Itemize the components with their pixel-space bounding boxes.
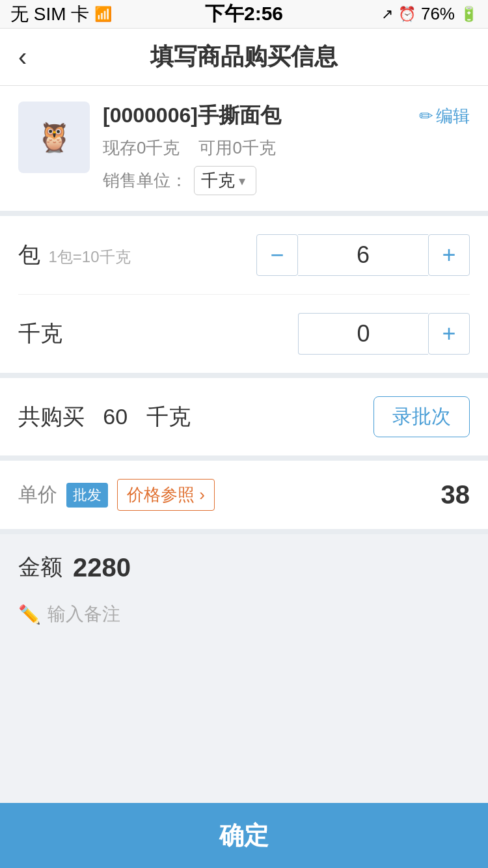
summary-row: 共购买 60 千克 录批次 [0,378,488,461]
status-time: 下午2:56 [205,1,283,27]
bao-quantity-input[interactable] [298,234,428,276]
bao-decrease-button[interactable]: − [256,234,298,276]
amount-row: 金额 2280 [18,552,470,582]
summary-prefix: 共购买 [18,404,85,429]
amount-label: 金额 [18,552,62,582]
unit-value: 千克 [201,169,235,192]
price-label: 单价 [18,481,57,508]
product-unit-row: 销售单位： 千克 ▾ [103,166,470,195]
edit-label: 编辑 [436,105,470,128]
kg-label: 千克 [18,321,62,346]
product-thumbnail: 🦉 [18,102,90,173]
amount-value: 2280 [73,553,131,582]
location-icon: ↗ [381,6,393,23]
note-row[interactable]: ✏️ 输入备注 [18,595,470,633]
bao-label: 包 [18,242,40,267]
unit-label: 销售单位： [103,169,187,192]
kg-quantity-row: 千克 + [18,295,470,373]
product-title-row: [0000006]手撕面包 ✏ 编辑 [103,102,470,130]
kg-quantity-input[interactable] [298,313,428,355]
unit-dropdown-arrow: ▾ [239,173,245,189]
bao-quantity-row: 包 1包=10千克 − + [18,216,470,295]
product-info: [0000006]手撕面包 ✏ 编辑 现存0千克 可用0千克 销售单位： 千克 … [103,102,470,195]
bao-quantity-control: − + [256,234,470,276]
product-stock: 现存0千克 可用0千克 [103,137,470,159]
product-thumb-icon: 🦉 [36,120,72,154]
summary-quantity: 60 [103,404,128,429]
status-right: ↗ ⏰ 76% 🔋 [381,4,478,24]
product-name: [0000006]手撕面包 [103,102,281,130]
price-ref-button[interactable]: 价格参照 › [117,479,215,511]
note-placeholder: 输入备注 [47,602,120,627]
stock-text: 现存0千克 [103,138,180,157]
batch-button[interactable]: 录批次 [373,396,470,437]
price-type-tag: 批发 [66,483,108,508]
status-carrier: 无 SIM 卡 📶 [10,2,112,27]
back-button[interactable]: ‹ [18,42,27,72]
edit-icon: ✏ [419,106,433,126]
product-card: 🦉 [0000006]手撕面包 ✏ 编辑 现存0千克 可用0千克 销售单位： 千… [0,86,488,216]
amount-section: 金额 2280 ✏️ 输入备注 [0,534,488,729]
page-title: 填写商品购买信息 [150,41,338,73]
price-value: 38 [441,480,470,509]
summary-text: 共购买 60 千克 [18,402,191,432]
battery-text: 76% [421,4,455,24]
edit-link[interactable]: ✏ 编辑 [419,105,470,128]
confirm-button-label: 确定 [219,819,269,852]
kg-increase-button[interactable]: + [428,313,470,355]
kg-label-group: 千克 [18,319,62,349]
summary-unit: 千克 [146,404,191,429]
nav-bar: ‹ 填写商品购买信息 [0,29,488,86]
quantity-form-section: 包 1包=10千克 − + 千克 + [0,216,488,378]
available-text: 可用0千克 [198,138,275,157]
battery-icon: 🔋 [460,6,478,23]
note-icon: ✏️ [18,604,41,625]
bao-sublabel: 1包=10千克 [48,248,130,265]
status-bar: 无 SIM 卡 📶 下午2:56 ↗ ⏰ 76% 🔋 [0,0,488,29]
carrier-text: 无 SIM 卡 [10,2,89,27]
bao-increase-button[interactable]: + [428,234,470,276]
bao-label-group: 包 1包=10千克 [18,240,131,270]
alarm-icon: ⏰ [398,6,416,23]
kg-quantity-control: + [298,313,470,355]
confirm-bar[interactable]: 确定 [0,803,488,868]
unit-selector[interactable]: 千克 ▾ [194,166,256,195]
price-section: 单价 批发 价格参照 › 38 [0,461,488,534]
wifi-icon: 📶 [94,6,112,23]
